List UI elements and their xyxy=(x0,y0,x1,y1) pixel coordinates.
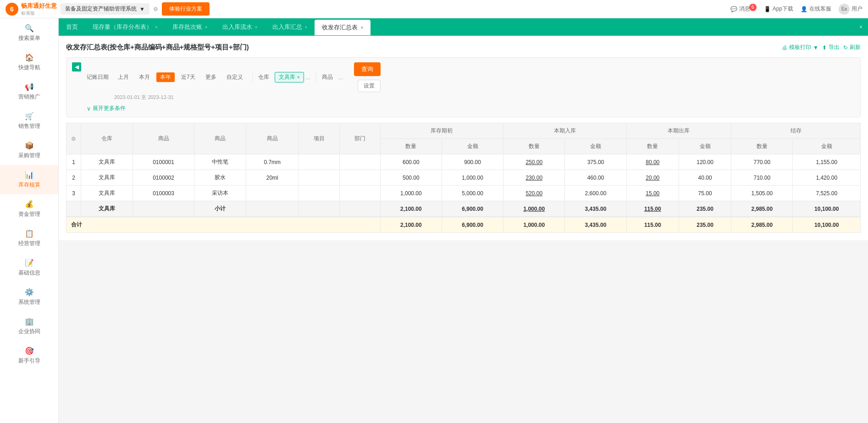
app-name-line2: 标准版 xyxy=(21,10,57,16)
table-row-close-qty: 710.00 xyxy=(731,170,793,186)
refresh-label: 刷新 xyxy=(850,44,861,51)
out-qty-link[interactable]: 80.00 xyxy=(646,159,659,165)
table-row-out-qty[interactable]: 80.00 xyxy=(626,154,679,170)
out-qty-link[interactable]: 15.00 xyxy=(646,190,659,197)
gear-icon[interactable]: ⚙ xyxy=(153,6,158,12)
in-qty-link[interactable]: 1,000.00 xyxy=(523,206,545,212)
table-row-open-qty: 2,100.00 xyxy=(380,201,442,217)
out-qty-link[interactable]: 20.00 xyxy=(646,175,659,181)
table-row-code xyxy=(133,201,194,217)
date-btn-this-year[interactable]: 本年 xyxy=(156,72,175,82)
sidebar-item-finance[interactable]: 💰 资金管理 xyxy=(0,194,58,224)
collapse-button[interactable]: ◀ xyxy=(72,62,81,71)
in-qty-link[interactable]: 520.00 xyxy=(525,190,542,197)
tab-stock-dist-close[interactable]: × xyxy=(155,25,158,30)
table-row-name: 小计 xyxy=(194,201,246,217)
experience-button[interactable]: 体验行业方案 xyxy=(162,2,210,16)
table-row-in-qty[interactable]: 1,000.00 xyxy=(503,201,565,217)
query-button[interactable]: 查询 xyxy=(354,62,381,76)
refresh-button[interactable]: ↻ 刷新 xyxy=(843,44,861,51)
print-button[interactable]: 🖨 模板打印 ▼ xyxy=(782,44,818,51)
in-qty-link[interactable]: 250.00 xyxy=(525,159,542,165)
date-btn-more[interactable]: 更多 xyxy=(202,72,220,82)
sidebar-item-inventory[interactable]: 📊 库存核算 xyxy=(0,165,58,194)
table-row-warehouse: 文具库 xyxy=(81,170,133,186)
tab-home[interactable]: 首页 xyxy=(59,19,85,35)
settings-button[interactable]: 设置 xyxy=(358,80,381,92)
tab-in-out-flow-close[interactable]: × xyxy=(255,25,258,30)
date-btn-this-month[interactable]: 本月 xyxy=(135,72,154,82)
table-row-out-qty[interactable]: 115.00 xyxy=(626,201,679,217)
table-row-in-qty[interactable]: 250.00 xyxy=(503,154,565,170)
col-header-out-amt: 金额 xyxy=(679,139,731,154)
tab-in-out-summary-close[interactable]: × xyxy=(305,25,308,30)
user-label: 用户 xyxy=(851,5,862,13)
table-row-in-qty[interactable]: 230.00 xyxy=(503,170,565,186)
print-icon: 🖨 xyxy=(782,44,787,51)
date-btn-last-month[interactable]: 上月 xyxy=(114,72,133,82)
sidebar-item-quick-nav[interactable]: 🏠 快捷导航 xyxy=(0,48,58,77)
out-qty-link[interactable]: 115.00 xyxy=(644,206,661,212)
expand-label: 展开更多条件 xyxy=(93,104,126,112)
page-title: 收发存汇总表(按仓库+商品编码+商品+规格型号+项目+部门) xyxy=(66,43,249,52)
table-row-spec: 0.7mm xyxy=(246,154,299,170)
tab-recv-send-summary[interactable]: 收发存汇总表 × xyxy=(315,20,370,35)
total-close-qty: 2,985.00 xyxy=(731,217,793,233)
col-header-closing: 结存 xyxy=(731,123,861,139)
export-button[interactable]: ⬆ 导出 xyxy=(822,44,840,51)
sidebar-item-sales[interactable]: 🛒 销售管理 xyxy=(0,106,58,136)
date-btn-7days[interactable]: 近7天 xyxy=(177,72,199,82)
warehouse-tag-label: 文具库 xyxy=(279,73,295,81)
table-row-close-amt: 7,525.00 xyxy=(793,186,861,201)
sidebar-item-operations[interactable]: 📋 经营管理 xyxy=(0,224,58,253)
table-row-name: 采访本 xyxy=(194,186,246,201)
table-row-no: 2 xyxy=(66,170,81,186)
message-item[interactable]: 💬 消息 6 xyxy=(730,5,757,13)
in-qty-link[interactable]: 230.00 xyxy=(525,175,542,181)
table-row-out-qty[interactable]: 15.00 xyxy=(626,186,679,201)
expand-more-btn[interactable]: ∨ 展开更多条件 xyxy=(87,104,381,112)
sidebar-label-search: 搜索菜单 xyxy=(18,34,40,42)
sidebar-item-marketing[interactable]: 📢 营销推广 xyxy=(0,77,58,106)
sidebar-item-guide[interactable]: 🎯 新手引导 xyxy=(0,341,58,370)
tab-batch-ledger[interactable]: 库存批次账 × xyxy=(165,19,215,35)
col-header-in: 本期入库 xyxy=(503,123,626,139)
tab-in-out-flow[interactable]: 出入库流水 × xyxy=(215,19,265,35)
app-download-item[interactable]: 📱 App下载 xyxy=(764,5,793,13)
goods-more[interactable]: ... xyxy=(338,74,343,81)
online-service-item[interactable]: 👤 在线客服 xyxy=(801,5,831,13)
tab-bar-close-all[interactable]: × xyxy=(854,20,868,34)
filter-divider2 xyxy=(316,73,316,82)
marketing-icon: 📢 xyxy=(25,82,34,91)
system-selector[interactable]: 装备及固定资产辅助管理系统 ▼ xyxy=(61,3,149,15)
table-row-no: 3 xyxy=(66,186,81,201)
online-service-label: 在线客服 xyxy=(809,5,831,13)
table-row-out-amt: 75.00 xyxy=(679,186,731,201)
warehouse-tag-remove[interactable]: × xyxy=(297,75,300,80)
table-row-out-qty[interactable]: 20.00 xyxy=(626,170,679,186)
table-row-open-amt: 900.00 xyxy=(442,154,503,170)
warehouse-tag[interactable]: 文具库 × xyxy=(275,72,304,82)
tab-recv-send-summary-close[interactable]: × xyxy=(360,25,363,30)
service-icon: 👤 xyxy=(801,6,807,12)
tab-batch-ledger-close[interactable]: × xyxy=(205,25,208,30)
date-btn-custom[interactable]: 自定义 xyxy=(223,72,247,82)
warehouse-more[interactable]: ... xyxy=(306,74,310,81)
sidebar-item-search[interactable]: 🔍 搜索菜单 xyxy=(0,18,58,48)
sidebar-item-enterprise[interactable]: 🏢 企业协同 xyxy=(0,312,58,341)
table-row-in-qty[interactable]: 520.00 xyxy=(503,186,565,201)
sidebar-item-system[interactable]: ⚙️ 系统管理 xyxy=(0,282,58,312)
sidebar-label-operations: 经营管理 xyxy=(18,240,40,247)
filter-divider xyxy=(252,73,253,82)
sidebar-label-inventory: 库存核算 xyxy=(18,181,40,189)
table-row-dept xyxy=(339,154,380,170)
sidebar-item-basic-info[interactable]: 📝 基础信息 xyxy=(0,253,58,282)
table-row-open-qty: 600.00 xyxy=(380,154,442,170)
tab-in-out-summary[interactable]: 出入库汇总 × xyxy=(265,19,315,35)
tab-stock-dist[interactable]: 现存量（库存分布表） × xyxy=(85,19,165,35)
inventory-icon: 📊 xyxy=(25,170,34,179)
table-settings-icon[interactable]: ⚙ xyxy=(71,136,76,142)
user-item[interactable]: Ea 用户 xyxy=(839,4,862,15)
table-row-open-qty: 500.00 xyxy=(380,170,442,186)
sidebar-item-purchase[interactable]: 📦 采购管理 xyxy=(0,136,58,165)
